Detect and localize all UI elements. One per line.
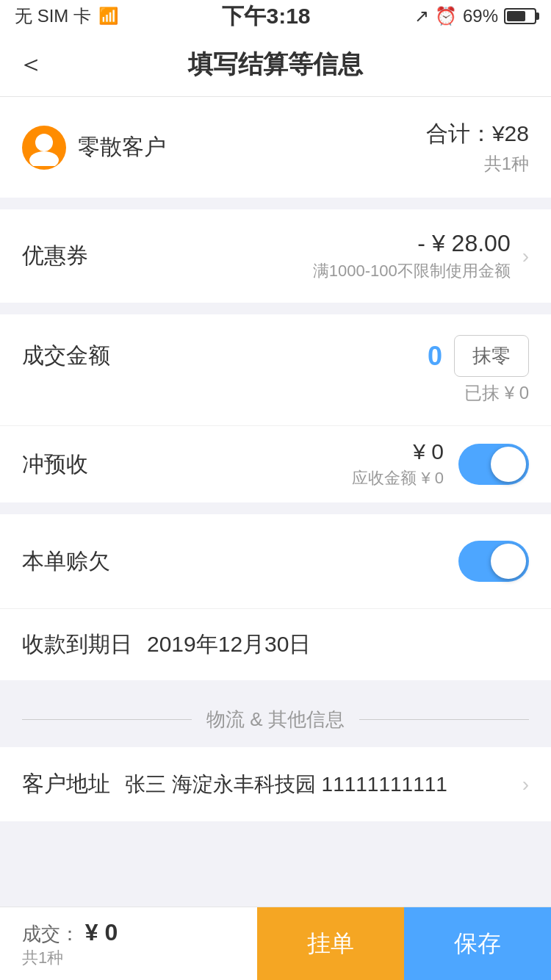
hang-button[interactable]: 挂单 — [257, 907, 404, 981]
address-value: 张三 海淀永丰科技园 11111111111 — [125, 771, 522, 799]
coupon-amount: - ¥ 28.00 — [313, 230, 511, 257]
due-date-value: 2019年12月30日 — [147, 630, 311, 660]
coupon-label: 优惠券 — [22, 241, 88, 271]
coupon-value: - ¥ 28.00 满1000-100不限制使用金额 — [313, 230, 511, 282]
status-bar: 无 SIM 卡 📶 下午3:18 ↗ ⏰ 69% — [0, 0, 551, 32]
due-date-row: 收款到期日 2019年12月30日 — [0, 608, 551, 680]
total-count: 共1种 — [426, 152, 529, 176]
customer-avatar — [22, 126, 66, 170]
customer-name: 零散客户 — [78, 132, 166, 162]
save-button[interactable]: 保存 — [404, 907, 551, 981]
time-display: 下午3:18 — [222, 1, 310, 32]
round-sub-text: 已抹 ¥ 0 — [464, 381, 529, 405]
bottom-deal-amount: ¥ 0 — [85, 919, 118, 945]
transaction-section: 成交金额 抹零 已抹 ¥ 0 冲预收 ¥ 0 应收金额 ¥ 0 — [0, 314, 551, 502]
round-button[interactable]: 抹零 — [454, 335, 529, 377]
prepay-label: 冲预收 — [22, 450, 88, 480]
prepay-row: 冲预收 ¥ 0 应收金额 ¥ 0 — [0, 425, 551, 502]
coupon-row[interactable]: 优惠券 - ¥ 28.00 满1000-100不限制使用金额 › — [0, 209, 551, 303]
location-icon: ↗ — [414, 6, 429, 26]
prepay-main-amount: ¥ 0 — [352, 439, 444, 464]
transaction-sub: 已抹 ¥ 0 — [0, 377, 551, 425]
prepay-toggle[interactable] — [458, 444, 529, 485]
prepay-amounts: ¥ 0 应收金额 ¥ 0 — [352, 439, 444, 489]
bottom-deal-row: 成交： ¥ 0 — [22, 919, 235, 947]
carrier-text: 无 SIM 卡 — [15, 4, 91, 28]
avatar-icon — [26, 129, 62, 166]
toggle-knob — [491, 447, 526, 482]
customer-left: 零散客户 — [22, 126, 166, 170]
debt-section: 本单赊欠 收款到期日 2019年12月30日 — [0, 514, 551, 680]
address-section[interactable]: 客户地址 张三 海淀永丰科技园 11111111111 › — [0, 747, 551, 821]
coupon-desc: 满1000-100不限制使用金额 — [313, 260, 511, 282]
logistics-header: 物流 & 其他信息 — [0, 692, 551, 747]
alarm-icon: ⏰ — [435, 6, 457, 26]
total-amount: 合计：¥28 — [426, 119, 529, 149]
prepay-right: ¥ 0 应收金额 ¥ 0 — [352, 439, 529, 489]
logistics-title: 物流 & 其他信息 — [206, 707, 345, 732]
transaction-input[interactable] — [383, 341, 442, 372]
debt-row: 本单赊欠 — [0, 514, 551, 608]
customer-row: 零散客户 合计：¥28 共1种 — [0, 97, 551, 198]
coupon-right: - ¥ 28.00 满1000-100不限制使用金额 › — [313, 230, 529, 282]
battery-icon — [504, 8, 536, 24]
bottom-count: 共1种 — [22, 947, 235, 969]
svg-point-1 — [29, 151, 59, 166]
coupon-section[interactable]: 优惠券 - ¥ 28.00 满1000-100不限制使用金额 › — [0, 209, 551, 303]
battery-percent: 69% — [463, 6, 498, 26]
back-button[interactable]: ＜ — [18, 46, 44, 82]
status-right: ↗ ⏰ 69% — [414, 6, 536, 26]
battery-fill — [507, 11, 525, 21]
address-row[interactable]: 客户地址 张三 海淀永丰科技园 11111111111 › — [0, 747, 551, 821]
bottom-bar: 成交： ¥ 0 共1种 挂单 保存 — [0, 907, 551, 980]
customer-section: 零散客户 合计：¥28 共1种 — [0, 97, 551, 198]
wifi-icon: 📶 — [98, 7, 118, 26]
chevron-right-icon: › — [522, 245, 529, 268]
address-chevron-icon: › — [522, 773, 529, 796]
transaction-label: 成交金额 — [22, 341, 110, 371]
address-label: 客户地址 — [22, 769, 110, 799]
divider-left — [22, 719, 192, 720]
debt-toggle-knob — [491, 544, 526, 579]
customer-right: 合计：¥28 共1种 — [426, 119, 529, 176]
due-date-label: 收款到期日 — [22, 630, 132, 660]
status-left: 无 SIM 卡 📶 — [15, 4, 118, 28]
transaction-row: 成交金额 抹零 — [0, 314, 551, 377]
prepay-sub-amount: 应收金额 ¥ 0 — [352, 467, 444, 489]
nav-bar: ＜ 填写结算等信息 — [0, 32, 551, 97]
transaction-right: 抹零 — [383, 335, 529, 377]
divider-right — [359, 719, 529, 720]
page-title: 填写结算等信息 — [188, 48, 363, 82]
debt-toggle[interactable] — [458, 541, 529, 582]
debt-label: 本单赊欠 — [22, 547, 110, 577]
svg-point-0 — [35, 134, 53, 151]
bottom-summary: 成交： ¥ 0 共1种 — [0, 919, 257, 969]
bottom-deal-label: 成交： — [22, 923, 79, 945]
